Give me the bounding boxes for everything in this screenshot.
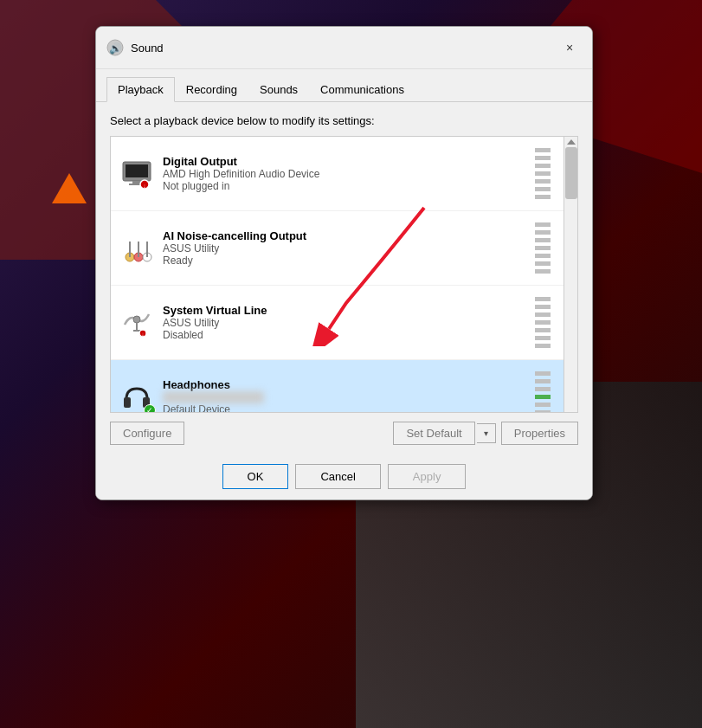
- svg-rect-3: [126, 164, 148, 177]
- tab-recording[interactable]: Recording: [175, 77, 248, 102]
- device-status: Not plugged in: [163, 180, 522, 192]
- vol-seg: [535, 171, 551, 176]
- device-status: Ready: [163, 254, 522, 267]
- bottom-buttons: OK Cancel Apply: [96, 454, 592, 499]
- vol-seg: [535, 387, 551, 391]
- ok-button[interactable]: OK: [222, 464, 289, 489]
- device-status: Default Device: [163, 403, 522, 412]
- svg-text:🔊: 🔊: [109, 42, 122, 55]
- device-driver: AirPods Pro - Find My: [163, 391, 522, 403]
- sound-icon: 🔊: [106, 39, 124, 56]
- device-info-system-virtual: System Virtual Line ASUS Utility Disable…: [163, 304, 522, 341]
- vol-seg: [535, 403, 551, 407]
- vol-seg: [535, 379, 551, 383]
- svg-point-14: [133, 316, 140, 323]
- device-item-ai-noise[interactable]: AI Noise-cancelling Output ASUS Utility …: [111, 211, 564, 286]
- dialog-title: Sound: [131, 42, 551, 55]
- vol-seg: [535, 246, 551, 250]
- vol-seg: [535, 156, 551, 160]
- volume-bars-ai: [531, 218, 555, 278]
- device-driver: ASUS Utility: [163, 242, 522, 254]
- set-default-dropdown[interactable]: ▾: [477, 423, 496, 443]
- set-default-button[interactable]: Set Default: [393, 422, 474, 445]
- svg-text:↓: ↓: [143, 183, 146, 189]
- vol-seg: [535, 148, 551, 152]
- device-status: Disabled: [163, 329, 522, 341]
- title-bar: 🔊 Sound ×: [96, 27, 592, 69]
- dialog-content: Select a playback device below to modify…: [96, 102, 592, 454]
- volume-bars-digital: [531, 144, 555, 203]
- device-item-digital-output[interactable]: ↓ Digital Output AMD High Definition Aud…: [111, 137, 564, 211]
- device-list[interactable]: ↓ Digital Output AMD High Definition Aud…: [111, 137, 564, 412]
- svg-rect-19: [124, 397, 131, 408]
- device-list-container: ↓ Digital Output AMD High Definition Aud…: [110, 136, 578, 413]
- sound-dialog: 🔊 Sound × Playback Recording Sounds Comm…: [95, 26, 593, 500]
- vol-seg: [535, 230, 551, 235]
- vol-seg: [535, 297, 551, 301]
- vol-seg: [535, 254, 551, 258]
- vol-seg: [535, 222, 551, 227]
- device-icon-digital-output: ↓: [119, 157, 154, 191]
- vol-seg: [535, 344, 551, 348]
- device-icon-system-virtual: ↓: [119, 306, 154, 340]
- volume-bars-headphones: [531, 367, 555, 412]
- tab-bar: Playback Recording Sounds Communications: [96, 69, 592, 102]
- device-icon-headphones: ✓: [119, 380, 154, 413]
- scrollbar[interactable]: [564, 137, 577, 412]
- configure-button[interactable]: Configure: [110, 422, 184, 445]
- device-driver: AMD High Definition Audio Device: [163, 168, 522, 180]
- blurred-driver-text: AirPods Pro - Find My: [163, 391, 264, 403]
- vol-seg: [535, 164, 551, 168]
- bg-orange-triangle: [52, 173, 87, 203]
- tab-sounds[interactable]: Sounds: [248, 77, 309, 102]
- svg-text:↓: ↓: [142, 332, 145, 337]
- scrollbar-thumb[interactable]: [565, 147, 577, 199]
- properties-button[interactable]: Properties: [501, 422, 578, 445]
- vol-seg: [535, 179, 551, 184]
- green-check-icon: ✓: [144, 404, 156, 413]
- vol-seg: [535, 410, 551, 412]
- device-name: Headphones: [163, 378, 522, 391]
- device-icon-ai-noise: [119, 231, 154, 266]
- device-name: AI Noise-cancelling Output: [163, 229, 522, 242]
- vol-seg: [535, 187, 551, 191]
- close-button[interactable]: ×: [557, 35, 582, 60]
- vol-seg: [535, 269, 551, 274]
- device-driver: ASUS Utility: [163, 317, 522, 329]
- vol-seg-active: [535, 395, 551, 399]
- device-name: Digital Output: [163, 155, 522, 168]
- tab-communications[interactable]: Communications: [309, 77, 415, 102]
- device-item-system-virtual[interactable]: ↓ System Virtual Line ASUS Utility Disab…: [111, 286, 564, 360]
- device-info-headphones: Headphones AirPods Pro - Find My Default…: [163, 378, 522, 412]
- device-item-headphones[interactable]: ✓ Headphones AirPods Pro - Find My Defau…: [111, 360, 564, 412]
- vol-seg: [535, 305, 551, 309]
- volume-bars-virtual: [531, 293, 555, 352]
- svg-rect-16: [133, 330, 140, 332]
- vol-seg: [535, 261, 551, 266]
- device-name: System Virtual Line: [163, 304, 522, 317]
- vol-seg: [535, 328, 551, 332]
- apply-button[interactable]: Apply: [388, 464, 467, 489]
- vol-seg: [535, 312, 551, 317]
- vol-seg: [535, 320, 551, 325]
- device-info-ai-noise: AI Noise-cancelling Output ASUS Utility …: [163, 229, 522, 267]
- vol-seg: [535, 238, 551, 242]
- vol-seg: [535, 336, 551, 340]
- device-info-digital-output: Digital Output AMD High Definition Audio…: [163, 155, 522, 192]
- vol-seg: [535, 195, 551, 199]
- vol-seg: [535, 371, 551, 376]
- instruction-text: Select a playback device below to modify…: [110, 114, 578, 127]
- tab-playback[interactable]: Playback: [106, 77, 175, 102]
- cancel-button[interactable]: Cancel: [295, 464, 380, 489]
- action-row: Configure Set Default ▾ Properties: [110, 422, 578, 445]
